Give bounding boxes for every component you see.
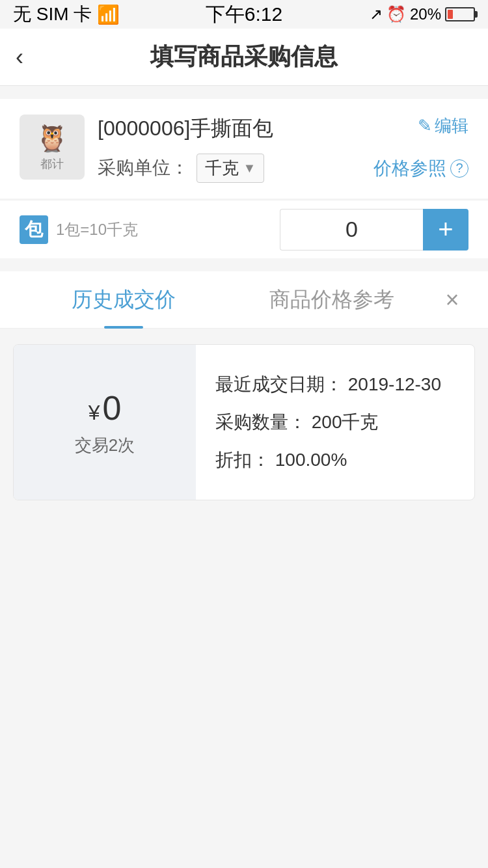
edit-label: 编辑 [435, 115, 468, 137]
history-discount: 折扣： 100.00% [215, 446, 455, 474]
unit-label: 采购单位： [98, 157, 189, 178]
tabs-close-button[interactable]: × [436, 284, 468, 316]
tab-history-price[interactable]: 历史成交价 [20, 271, 228, 329]
status-left: 无 SIM 卡 📶 [13, 2, 120, 27]
tabs-container: 历史成交价 商品价格参考 × [0, 271, 488, 329]
tab-product-price-ref[interactable]: 商品价格参考 [228, 271, 436, 329]
status-right: ↗ ⏰ 20% [370, 5, 475, 23]
unit-value: 千克 [205, 157, 239, 180]
quantity-value: 200千克 [312, 412, 379, 432]
product-header: [0000006]手撕面包 ✎ 编辑 [98, 115, 468, 143]
quantity-plus-button[interactable]: + [423, 209, 468, 251]
quantity-left: 包 1包=10千克 [20, 215, 138, 244]
back-button[interactable]: ‹ [16, 44, 23, 71]
product-thumb-icon: 🦉 [36, 123, 68, 154]
discount-value: 100.00% [275, 450, 347, 470]
quantity-input[interactable]: 0 [280, 209, 423, 251]
product-thumb-sub: 都计 [40, 156, 64, 172]
price-reference-button[interactable]: 价格参照 ? [373, 156, 468, 181]
product-unit-row: 采购单位： 千克 ▼ 价格参照 ? [98, 154, 468, 183]
nav-bar: ‹ 填写商品采购信息 [0, 29, 488, 86]
unit-select-box[interactable]: 千克 ▼ [197, 154, 264, 183]
history-price-section: ¥ 0 交易2次 [14, 345, 196, 500]
tab-history-price-label: 历史成交价 [72, 286, 176, 314]
carrier-text: 无 SIM 卡 [13, 2, 92, 27]
price-ref-label: 价格参照 [373, 156, 446, 181]
history-details-section: 最近成交日期： 2019-12-30 采购数量： 200千克 折扣： 100.0… [196, 345, 474, 500]
history-recent-date: 最近成交日期： 2019-12-30 [215, 371, 455, 398]
quantity-unit-box: 包 [20, 215, 48, 244]
recent-date-value: 2019-12-30 [348, 374, 441, 394]
quantity-right: 0 + [280, 209, 468, 251]
battery-icon [445, 7, 475, 21]
product-name: [0000006]手撕面包 [98, 115, 273, 143]
history-card: ¥ 0 交易2次 最近成交日期： 2019-12-30 采购数量： 200千克 … [13, 344, 475, 500]
edit-icon: ✎ [418, 116, 432, 136]
history-quantity: 采购数量： 200千克 [215, 409, 455, 436]
status-bar: 无 SIM 卡 📶 下午6:12 ↗ ⏰ 20% [0, 0, 488, 29]
page-title: 填写商品采购信息 [150, 41, 338, 73]
history-price-value: ¥ 0 [88, 388, 122, 427]
battery-percent: 20% [410, 5, 441, 23]
location-icon: ↗ [370, 5, 383, 23]
product-thumbnail: 🦉 都计 [20, 115, 85, 180]
quantity-unit-sub: 1包=10千克 [56, 219, 138, 240]
history-trade-count: 交易2次 [75, 434, 135, 457]
unit-selector[interactable]: 采购单位： 千克 ▼ [98, 154, 264, 183]
bottom-area [0, 516, 488, 841]
product-info: [0000006]手撕面包 ✎ 编辑 采购单位： 千克 ▼ 价格参照 ? [98, 115, 468, 183]
wifi-icon: 📶 [97, 4, 120, 25]
quantity-label: 采购数量： [215, 412, 306, 432]
currency-symbol: ¥ [88, 401, 100, 425]
discount-label: 折扣： [215, 450, 270, 470]
quantity-row: 包 1包=10千克 0 + [0, 200, 488, 258]
status-time: 下午6:12 [206, 1, 282, 28]
alarm-icon: ⏰ [386, 5, 406, 23]
battery-fill [448, 10, 453, 19]
price-number: 0 [102, 388, 121, 427]
product-card: 🦉 都计 [0000006]手撕面包 ✎ 编辑 采购单位： 千克 ▼ 价格参照 … [0, 99, 488, 198]
edit-button[interactable]: ✎ 编辑 [418, 115, 468, 137]
unit-dropdown-icon: ▼ [243, 161, 256, 176]
price-ref-help-icon: ? [450, 159, 468, 178]
recent-date-label: 最近成交日期： [215, 374, 343, 394]
tab-product-price-ref-label: 商品价格参考 [269, 286, 394, 314]
